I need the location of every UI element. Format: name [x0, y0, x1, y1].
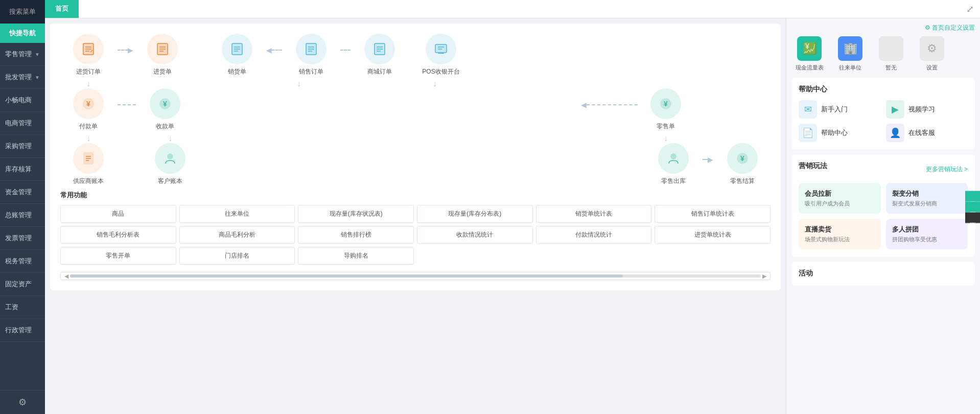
- help-icon: 👤: [886, 124, 904, 142]
- node-icon-retail-settle: ¥: [727, 143, 758, 174]
- func-btn-导购排名[interactable]: 导购排名: [298, 247, 414, 265]
- sidebar-item-发票管理[interactable]: 发票管理: [0, 227, 45, 250]
- node-label-payment: 付款单: [79, 122, 98, 131]
- node-receipt[interactable]: ¥ 收款单: [137, 88, 193, 131]
- node-retail[interactable]: ¥ 零售单: [638, 88, 694, 131]
- arrow-2: ◀: [266, 46, 282, 64]
- node-label-retail-out: 零售出库: [661, 177, 686, 186]
- help-grid: ✉新手入门▶视频学习📄帮助中心👤在线客服: [799, 100, 968, 142]
- v-arrow-retail: ↓: [638, 134, 694, 143]
- func-btn-销货单统计表[interactable]: 销货单统计表: [536, 205, 652, 223]
- sidebar-item-库存核算[interactable]: 库存核算: [0, 158, 45, 181]
- quick-icon-现金流量表[interactable]: 💹现金流量表: [791, 36, 827, 72]
- sidebar-item-批发管理[interactable]: 批发管理▼: [0, 66, 45, 89]
- sidebar-item-零售管理[interactable]: 零售管理▼: [0, 43, 45, 66]
- node-icon-mall-order: [364, 34, 395, 64]
- scroll-right[interactable]: ▶: [761, 273, 768, 280]
- func-btn-销售毛利分析表[interactable]: 销售毛利分析表: [60, 226, 176, 244]
- func-btn-销售订单统计表[interactable]: 销售订单统计表: [655, 205, 771, 223]
- v-arrow-pos: ↓: [407, 79, 463, 88]
- node-payment[interactable]: ¥ 付款单: [60, 88, 116, 131]
- func-btn-商品毛利分析[interactable]: 商品毛利分析: [179, 226, 295, 244]
- func-btn-进货单统计表[interactable]: 进货单统计表: [655, 226, 771, 244]
- node-retail-out[interactable]: 零售出库: [645, 143, 702, 186]
- node-sales-order[interactable]: 销售订单: [283, 34, 339, 76]
- tab-maximize[interactable]: ⤢: [966, 4, 980, 15]
- nav-header: 快捷导航: [0, 24, 45, 43]
- node-customer-book[interactable]: 客户账本: [142, 143, 198, 186]
- node-mall-order[interactable]: 商城订单: [352, 34, 408, 76]
- marketing-item-会员拉新[interactable]: 会员拉新吸引用户成为会员: [799, 183, 881, 214]
- settings-icon[interactable]: ⚙: [0, 390, 45, 414]
- main-content: 进货订单 ▶ 进货单: [45, 18, 786, 414]
- node-icon-customer-book: [155, 143, 185, 174]
- node-pos[interactable]: POS收银开台: [413, 34, 469, 76]
- sidebar-item-税务管理[interactable]: 税务管理: [0, 250, 45, 273]
- quick-icon-暂无[interactable]: 暂无: [873, 36, 909, 72]
- sidebar-item-工资[interactable]: 工资: [0, 296, 45, 319]
- search-menu[interactable]: 搜索菜单: [0, 0, 45, 24]
- func-btn-零售开单[interactable]: 零售开单: [60, 247, 176, 265]
- help-item-帮助中心[interactable]: 📄帮助中心: [799, 124, 881, 142]
- help-item-在线客服[interactable]: 👤在线客服: [886, 124, 968, 142]
- func-btn-收款情况统计[interactable]: 收款情况统计: [417, 226, 533, 244]
- func-btn-现存量(库存状况表)[interactable]: 现存量(库存状况表): [298, 205, 414, 223]
- func-btn-往来单位[interactable]: 往来单位: [179, 205, 295, 223]
- node-icon-payment: ¥: [73, 88, 104, 119]
- node-purchase-order[interactable]: 进货订单: [60, 34, 116, 76]
- node-retail-settle[interactable]: ¥ 零售结算: [714, 143, 771, 186]
- v-arrow-pay: ↓: [60, 134, 116, 143]
- node-label-retail-settle: 零售结算: [730, 177, 755, 186]
- quick-icon-box: 💹: [797, 36, 822, 61]
- quick-icon-往来单位[interactable]: 🏢往来单位: [832, 36, 868, 72]
- marketing-section: 营销玩法 更多营销玩法 > 会员拉新吸引用户成为会员裂变分销裂变式发展分销商直播…: [791, 154, 975, 257]
- float-btn-客服热线[interactable]: 客服热线: [965, 191, 980, 202]
- node-supplier-book[interactable]: 供应商账本: [60, 143, 116, 186]
- marketing-item-多人拼团[interactable]: 多人拼团拼团购物享受优惠: [886, 219, 968, 249]
- float-btn-桌面快捷[interactable]: 桌面快捷: [965, 213, 980, 223]
- content-area: 进货订单 ▶ 进货单: [45, 18, 980, 414]
- help-title: 帮助中心: [799, 85, 968, 94]
- floating-buttons: 客服热线服务社区桌面快捷: [965, 191, 980, 223]
- node-sales[interactable]: 销货单: [209, 34, 265, 76]
- func-btn-现存量(库存分布表)[interactable]: 现存量(库存分布表): [417, 205, 533, 223]
- float-btn-服务社区[interactable]: 服务社区: [965, 202, 980, 213]
- node-icon-supplier-book: [73, 143, 104, 174]
- v-arrow-mall: ↓: [271, 79, 327, 88]
- marketing-item-裂变分销[interactable]: 裂变分销裂变式发展分销商: [886, 183, 968, 214]
- v-arrow-purchase: ↓: [60, 79, 116, 88]
- sidebar-item-小畅电商[interactable]: 小畅电商: [0, 89, 45, 112]
- sidebar-item-电商管理[interactable]: 电商管理: [0, 112, 45, 135]
- help-icon: ▶: [886, 100, 904, 119]
- sidebar-item-总账管理[interactable]: 总账管理: [0, 204, 45, 227]
- sidebar-item-固定资产[interactable]: 固定资产: [0, 273, 45, 296]
- node-purchase[interactable]: 进货单: [134, 34, 191, 76]
- svg-point-41: [671, 154, 676, 159]
- scrollbar[interactable]: ◀ ▶: [60, 272, 771, 280]
- func-btn-门店排名[interactable]: 门店排名: [179, 247, 295, 265]
- quick-icon-box: 🏢: [838, 36, 862, 61]
- customize-bar[interactable]: ⚙ 首页自定义设置: [791, 24, 975, 32]
- func-btn-销售排行榜[interactable]: 销售排行榜: [298, 226, 414, 244]
- node-label-mall-order: 商城订单: [367, 67, 392, 76]
- right-panel: ⚙ 首页自定义设置 💹现金流量表🏢往来单位暂无⚙设置 帮助中心 ✉新手入门▶视频…: [786, 18, 980, 414]
- sidebar-item-采购管理[interactable]: 采购管理: [0, 135, 45, 158]
- quick-icon-设置[interactable]: ⚙设置: [914, 36, 950, 72]
- help-item-视频学习[interactable]: ▶视频学习: [886, 100, 968, 119]
- help-item-新手入门[interactable]: ✉新手入门: [799, 100, 881, 119]
- func-btn-付款情况统计[interactable]: 付款情况统计: [536, 226, 652, 244]
- marketing-item-直播卖货[interactable]: 直播卖货场景式购物新玩法: [799, 219, 881, 249]
- scroll-left[interactable]: ◀: [63, 273, 70, 280]
- sidebar-item-资金管理[interactable]: 资金管理: [0, 181, 45, 204]
- node-icon-sales-order: [296, 34, 326, 64]
- activity-section: 活动: [791, 262, 975, 285]
- flow-card: 进货订单 ▶ 进货单: [50, 24, 781, 290]
- tab-home[interactable]: 首页: [45, 0, 79, 18]
- sidebar-item-行政管理[interactable]: 行政管理: [0, 319, 45, 342]
- func-btn-商品[interactable]: 商品: [60, 205, 176, 223]
- more-marketing[interactable]: 更多营销玩法 >: [926, 165, 968, 174]
- svg-rect-27: [438, 53, 444, 54]
- marketing-title-row: 营销玩法 更多营销玩法 >: [799, 162, 968, 177]
- sidebar-items: 零售管理▼批发管理▼小畅电商电商管理采购管理库存核算资金管理总账管理发票管理税务…: [0, 43, 45, 342]
- svg-point-40: [168, 154, 173, 159]
